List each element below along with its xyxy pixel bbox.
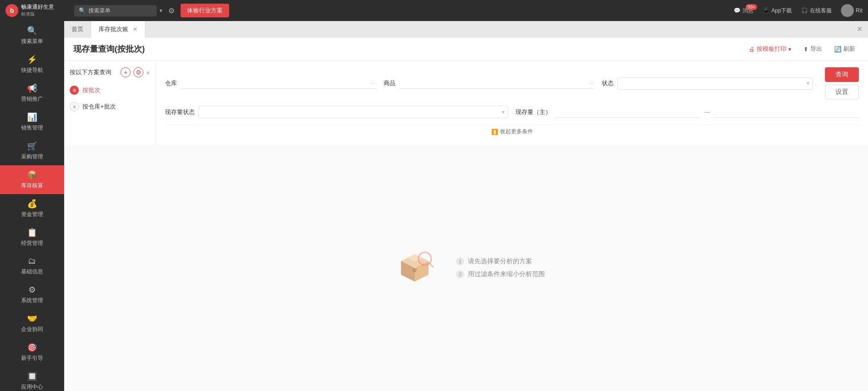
sidebar-item-inventory[interactable]: 📦 库存核算 [0,165,64,194]
sidebar-item-apps[interactable]: 🔲 应用中心 [0,367,64,391]
export-btn[interactable]: ⬆ 导出 [800,43,826,55]
page-header-actions: 🖨 按模板打印 ▾ ⬆ 导出 🔄 刷新 [745,43,859,55]
search-icon: 🔍 [79,7,86,14]
empty-state: 1 请先选择要分析的方案 2 用过滤条件来缩小分析范围 [64,145,868,391]
sidebar-item-label: 销售管理 [21,124,43,132]
collapse-label: 收起更多条件 [500,128,533,136]
tab-home[interactable]: 首页 [64,21,91,38]
app-download-label: App下载 [771,7,792,15]
sidebar-item-marketing[interactable]: 📢 营销推广 [0,79,64,108]
headset-icon: 🎧 [801,7,808,14]
filter-action-buttons: 查询 设置 [825,67,859,99]
sidebar-item-label: 采购管理 [21,153,43,161]
svg-point-7 [413,269,414,270]
tip-num-2: 2 [456,270,464,278]
print-dropdown-icon[interactable]: ▾ [788,46,791,53]
logo-area: b 畅康通好生意 标准版 [5,4,70,17]
filter-title: 按以下方案查询 [70,68,111,76]
menu-search-box[interactable]: 🔍 搜索菜单 [74,5,157,16]
user-area[interactable]: Rit [841,4,863,17]
warehouse-input[interactable] [181,78,376,89]
filter-row-2: 现存量状态 ▾ 现存量（主） [165,106,859,118]
top-header: b 畅康通好生意 标准版 🔍 搜索菜单 ▾ ⚙ 体验行业方案 💬 消息 99+ … [0,0,868,21]
sidebar-item-newuser[interactable]: 🎯 新手引导 [0,338,64,367]
empty-illustration [387,240,442,295]
filter-left-actions: + ⚙ « [121,67,150,77]
inventory-qty-to-wrapper [714,107,859,118]
inventory-qty-label: 现存量（主） [516,108,551,116]
product-label: 商品 [384,79,396,87]
page-title: 现存量查询(按批次) [73,43,145,54]
product-input-wrapper: ··· [399,78,595,89]
settings-btn[interactable]: 设置 [825,85,859,99]
add-scheme-btn[interactable]: + [121,67,131,77]
tab-inventory-batch-label: 库存批次账 [99,25,128,33]
svg-point-8 [416,269,417,270]
export-label: 导出 [810,45,822,53]
enterprise-icon: 🤝 [27,314,37,324]
inventory-status-select[interactable] [198,106,508,118]
tab-close-btn[interactable]: ✕ [133,26,137,33]
refresh-btn[interactable]: 🔄 刷新 [830,43,859,55]
sidebar-item-label: 经营管理 [21,239,43,247]
page-header: 现存量查询(按批次) 🖨 按模板打印 ▾ ⬆ 导出 🔄 刷新 [64,38,868,61]
newuser-icon: 🎯 [27,342,37,353]
sidebar-item-finance[interactable]: 💰 资金管理 [0,194,64,223]
inventory-status-field: 现存量状态 ▾ [165,106,508,118]
sidebar-item-sales[interactable]: 📊 销售管理 [0,108,64,136]
inventory-status-label: 现存量状态 [165,108,195,116]
inventory-qty-from-input[interactable] [555,107,700,118]
inventory-qty-to-input[interactable] [714,107,859,118]
sidebar-item-purchase[interactable]: 🛒 采购管理 [0,136,64,165]
sidebar-item-label: 应用中心 [21,383,43,391]
tip-num-1: 1 [456,257,464,266]
filter-scheme-by-warehouse-batch[interactable]: ⑧ 按仓库+批次 [64,98,155,115]
manage-scheme-btn[interactable]: ⚙ [133,67,143,77]
sidebar-item-quick-nav[interactable]: ⚡ 快捷导航 [0,50,64,79]
refresh-label: 刷新 [843,45,855,53]
tab-inventory-batch[interactable]: 库存批次账 ✕ [91,21,145,38]
sidebar-item-label: 系统管理 [21,297,43,304]
warehouse-batch-icon: ⑧ [70,102,79,111]
query-btn[interactable]: 查询 [825,67,859,82]
logo-icon: b [5,4,18,17]
app-download-btn[interactable]: 📱 App下载 [763,7,792,15]
system-icon: ⚙ [28,285,36,295]
sidebar-item-system[interactable]: ⚙ 系统管理 [0,280,64,309]
online-service-label: 在线客服 [810,7,832,15]
sidebar-item-operations[interactable]: 📋 经营管理 [0,223,64,252]
filter-row-1: 仓库 ··· 商品 ··· [165,67,859,99]
sidebar-item-enterprise[interactable]: 🤝 企业协同 [0,309,64,338]
sidebar-item-label: 库存核算 [21,182,43,190]
product-input[interactable] [399,78,595,89]
filter-left-panel: 按以下方案查询 + ⚙ « ⑧ 按批次 ⑧ 按仓库+批次 [64,61,156,145]
status-select[interactable] [617,77,813,90]
search-label: 搜索菜单 [88,7,110,15]
sidebar-item-basics[interactable]: 🗂 基础信息 [0,252,64,280]
product-suffix-icon: ··· [589,80,593,87]
industry-btn[interactable]: 体验行业方案 [181,4,229,17]
filter-area: 按以下方案查询 + ⚙ « ⑧ 按批次 ⑧ 按仓库+批次 [64,61,868,145]
sidebar-item-search[interactable]: 🔍 搜索菜单 [0,21,64,50]
range-dash: — [704,109,710,115]
collapse-more-btn[interactable]: ⏫ 收起更多条件 [165,125,859,138]
quick-nav-icon: ⚡ [27,54,37,65]
tab-area-close-btn[interactable]: ✕ [851,25,868,33]
online-service-btn[interactable]: 🎧 在线客服 [801,7,832,15]
empty-tips: 1 请先选择要分析的方案 2 用过滤条件来缩小分析范围 [456,257,545,278]
main-layout: 🔍 搜索菜单 ⚡ 快捷导航 📢 营销推广 📊 销售管理 🛒 采购管理 📦 库存核… [0,21,868,391]
status-label: 状态 [602,79,614,87]
header-settings-btn[interactable]: ⚙ [165,4,178,17]
page-content: 现存量查询(按批次) 🖨 按模板打印 ▾ ⬆ 导出 🔄 刷新 [64,38,868,391]
scheme-label: 按仓库+批次 [82,103,116,111]
collapse-left-btn[interactable]: « [146,69,150,76]
filter-scheme-by-batch[interactable]: ⑧ 按批次 [64,82,155,98]
header-right: 💬 消息 99+ 📱 App下载 🎧 在线客服 Rit [734,4,863,17]
header-search-area: 🔍 搜索菜单 ▾ ⚙ 体验行业方案 [74,4,729,17]
collapse-icon: ⏫ [491,129,498,135]
inventory-qty-from-wrapper [555,107,700,118]
header-dropdown-btn[interactable]: ▾ [159,7,162,14]
sidebar-item-label: 营销推广 [21,95,43,103]
messages-btn[interactable]: 💬 消息 99+ [734,7,753,15]
print-btn[interactable]: 🖨 按模板打印 ▾ [745,43,795,55]
